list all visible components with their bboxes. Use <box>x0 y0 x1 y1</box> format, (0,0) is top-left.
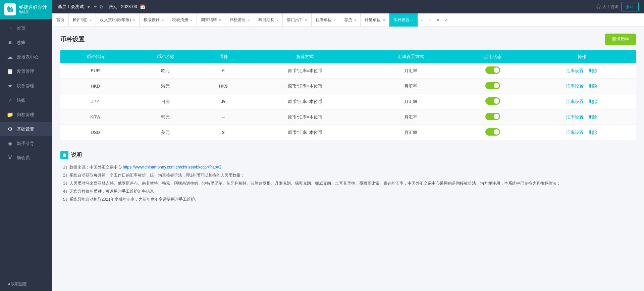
tab-archive[interactable]: 归档管理 × <box>225 13 254 27</box>
tab-period-end[interactable]: 期末结转 × <box>197 13 225 27</box>
app-name: 畅捷通好会计 <box>19 4 47 10</box>
tab-archive-close[interactable]: × <box>248 18 250 22</box>
tab-account-init[interactable]: 科目期初 × <box>254 13 283 27</box>
tab-close-all-button[interactable]: × <box>434 13 442 27</box>
account-button[interactable]: 会计 <box>621 2 639 11</box>
cell-actions-2: 汇率设置 删除 <box>528 94 636 109</box>
cell-status-0 <box>458 63 528 79</box>
tab-dept-staff-label: 部门员工 <box>287 17 303 23</box>
tab-dept-staff-close[interactable]: × <box>305 18 307 22</box>
tab-archive-label: 归档管理 <box>229 17 246 23</box>
currency-table: 币种代码 币种名称 币符 折算方式 汇率设置方式 启用状态 操作 EUR 欧元 … <box>60 50 636 140</box>
tab-currency-label: 币种设置 <box>393 17 410 23</box>
toggle-0[interactable] <box>485 66 500 74</box>
rate-setting-btn-0[interactable]: 汇率设置 <box>566 68 584 73</box>
tab-prev-button[interactable]: ‹ <box>418 13 426 27</box>
tax-icon: ★ <box>7 83 13 89</box>
sidebar-item-archive[interactable]: 📁 归档管理 <box>0 107 52 122</box>
tab-expand-button[interactable]: ⤢ <box>442 13 450 27</box>
delete-btn-1[interactable]: 删除 <box>589 84 597 89</box>
tab-balance-close[interactable]: × <box>90 18 92 22</box>
col-symbol: 币符 <box>200 50 246 63</box>
calendar-icon[interactable]: 📅 <box>140 4 145 9</box>
cell-name-1: 港元 <box>130 79 201 94</box>
col-calc: 折算方式 <box>246 50 364 63</box>
cell-symbol-0: € <box>200 63 246 79</box>
notes-link[interactable]: https://www.chinamoney.com.cn/chinese/bk… <box>123 165 221 169</box>
tab-period-end-label: 期末结转 <box>201 17 217 23</box>
sidebar-item-checkout[interactable]: ✓ 结账 <box>0 93 52 107</box>
toggle-2[interactable] <box>485 97 500 105</box>
tab-income-close[interactable]: × <box>133 18 135 22</box>
delete-btn-4[interactable]: 删除 <box>589 130 597 135</box>
cell-actions-1: 汇率设置 删除 <box>528 79 636 94</box>
tab-dept-staff[interactable]: 部门员工 × <box>283 13 311 27</box>
toggle-3[interactable] <box>485 113 500 120</box>
notes-icon: 📋 <box>60 151 68 159</box>
tab-contacts[interactable]: 往来单位 × <box>312 13 340 27</box>
cell-status-3 <box>458 109 528 125</box>
sidebar-item-member[interactable]: V 畅会员 <box>0 151 52 165</box>
tab-contacts-label: 往来单位 <box>316 17 332 23</box>
tab-tax[interactable]: 税表清册 × <box>168 13 197 27</box>
sidebar-item-invoice[interactable]: 📋 发票管理 <box>0 64 52 79</box>
member-icon: V <box>7 155 13 161</box>
tab-period-end-close[interactable]: × <box>219 18 221 22</box>
tab-currency-close[interactable]: × <box>412 18 414 22</box>
rate-setting-btn-1[interactable]: 汇率设置 <box>566 84 584 89</box>
new-currency-button[interactable]: 新增币种 <box>605 34 636 45</box>
col-name: 币种名称 <box>130 50 201 63</box>
reports-icon: ☁ <box>7 54 13 60</box>
rate-setting-btn-2[interactable]: 汇率设置 <box>566 99 584 104</box>
sidebar-item-tax[interactable]: ★ 税务管理 <box>0 79 52 93</box>
sidebar-item-reports[interactable]: ☁ 云报表中心 <box>0 50 52 64</box>
cell-rate-method-0: 月汇率 <box>364 63 458 79</box>
tab-inventory-label: 存货 <box>344 17 352 23</box>
sidebar-label-tax: 税务管理 <box>17 83 34 89</box>
sidebar-item-ledger[interactable]: ≡ 总账 <box>0 36 52 50</box>
tab-home[interactable]: 首页 <box>52 13 69 27</box>
topbar-right: 🎧 人工咨询 会计 <box>596 2 639 11</box>
cell-name-3: 韩元 <box>130 109 201 125</box>
cell-rate-method-2: 月汇率 <box>364 94 458 109</box>
invoice-icon: 📋 <box>7 68 13 75</box>
toggle-4[interactable] <box>485 128 500 136</box>
tab-currency[interactable]: 币种设置 × <box>389 13 418 27</box>
add-tab-button[interactable]: + <box>94 4 97 10</box>
table-row: JPY 日圆 J¥ 原币*汇率=本位币 月汇率 汇率设置 删除 <box>60 94 636 109</box>
delete-btn-2[interactable]: 删除 <box>589 99 597 104</box>
note-item-4: 3）人民币对马来西亚林吉特、俄罗斯卢布、南非兰特、韩元、阿联酋迪拉姆、沙特里亚尔… <box>63 179 636 187</box>
company-dropdown-icon[interactable]: ▼ <box>87 4 91 9</box>
cell-symbol-3: -- <box>200 109 246 125</box>
tab-inventory-close[interactable]: × <box>354 18 356 22</box>
tab-home-label: 首页 <box>56 17 64 23</box>
toggle-1[interactable] <box>485 82 500 89</box>
help-button[interactable]: 🎧 人工咨询 <box>596 4 619 10</box>
checkout-icon: ✓ <box>7 97 13 103</box>
unpin-button[interactable]: ◄取消固定 <box>0 277 52 291</box>
settings-gear-icon[interactable]: ⚙ <box>99 4 103 9</box>
tab-account-init-close[interactable]: × <box>276 18 278 22</box>
delete-btn-0[interactable]: 删除 <box>589 68 597 73</box>
cell-actions-0: 汇率设置 删除 <box>528 63 636 79</box>
tab-income[interactable]: 收入支出表(年报) × <box>96 13 139 27</box>
tab-unit[interactable]: 计量单位 × <box>361 13 389 27</box>
cell-status-4 <box>458 125 528 140</box>
delete-btn-3[interactable]: 删除 <box>589 114 597 119</box>
tab-next-button[interactable]: › <box>426 13 434 27</box>
sidebar-item-guide[interactable]: ◈ 新手引导 <box>0 136 52 151</box>
tab-tax-close[interactable]: × <box>190 18 192 22</box>
tab-inventory[interactable]: 存货 × <box>340 13 361 27</box>
tab-template-close[interactable]: × <box>162 18 164 22</box>
guide-icon: ◈ <box>7 140 13 147</box>
cell-rate-method-1: 月汇率 <box>364 79 458 94</box>
tab-template[interactable]: 模版设计 × <box>140 13 168 27</box>
tab-balance[interactable]: 帐(中期) × <box>69 13 96 27</box>
sidebar-item-settings[interactable]: ⚙ 基础设置 <box>0 122 52 136</box>
tab-unit-close[interactable]: × <box>383 18 385 22</box>
rate-setting-btn-4[interactable]: 汇率设置 <box>566 130 584 135</box>
rate-setting-btn-3[interactable]: 汇率设置 <box>566 114 584 119</box>
cell-calc-2: 原币*汇率=本位币 <box>246 94 364 109</box>
sidebar-item-home[interactable]: ⌂ 首页 <box>0 21 52 36</box>
tab-contacts-close[interactable]: × <box>334 18 336 22</box>
